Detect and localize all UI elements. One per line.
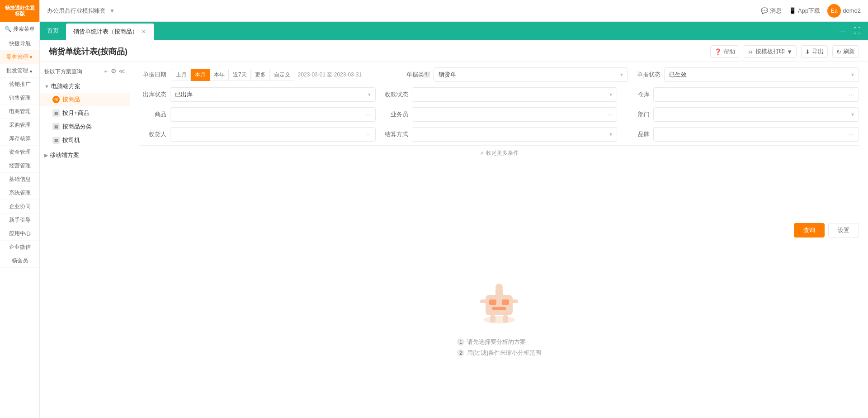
warehouse-input[interactable]: ··· bbox=[653, 87, 859, 102]
tree-group-pc: ▼ 电脑端方案 按 按商品 ▦ 按月+商品 ▦ 按商品分类 bbox=[40, 79, 130, 148]
sidebar-search[interactable]: 🔍 搜索菜单 bbox=[0, 22, 39, 37]
tree-item-by-customer[interactable]: ▦ 按司机 bbox=[40, 133, 130, 147]
left-panel-label: 按以下方案查询 bbox=[44, 68, 82, 76]
svg-point-6 bbox=[495, 284, 503, 291]
workspace-label: 办公用品行业模拟账套 bbox=[47, 7, 106, 15]
sidebar-item-sales[interactable]: 销售管理 bbox=[0, 91, 39, 105]
ellipsis-icon: ··· bbox=[849, 91, 854, 98]
filter-panel: 单据日期 上月 本月 本年 近7天 更多 自定义 2023-03-01 至 20… bbox=[130, 62, 868, 223]
staff-label: 业务员 bbox=[381, 110, 408, 119]
staff-input[interactable]: ··· bbox=[412, 107, 618, 122]
sidebar-item-wechat[interactable]: 企业微信 bbox=[0, 241, 39, 254]
date-tab-more[interactable]: 更多 bbox=[251, 69, 270, 81]
add-scheme-icon[interactable]: ＋ bbox=[103, 67, 109, 76]
date-tab-current-month[interactable]: 本月 bbox=[191, 69, 210, 81]
export-button[interactable]: ⬇ 导出 bbox=[801, 45, 828, 58]
empty-state: 1 请先选择要分析的方案 2 用[过滤]条件来缩小分析范围 bbox=[130, 241, 868, 418]
doc-type-input[interactable]: 销货单 ▾ bbox=[434, 67, 628, 82]
export-icon: ⬇ bbox=[805, 48, 810, 55]
product-label: 商品 bbox=[139, 110, 166, 119]
sidebar-item-basic[interactable]: 基础信息 bbox=[0, 173, 39, 186]
sidebar-item-member[interactable]: 畅会员 bbox=[0, 254, 39, 268]
svg-rect-3 bbox=[502, 299, 509, 305]
sidebar-item-newuser[interactable]: 新手引导 bbox=[0, 214, 39, 227]
receiver-input[interactable]: ··· bbox=[170, 127, 376, 142]
collapse-bar[interactable]: ∧ 收起更多条件 bbox=[139, 145, 859, 161]
tip-num-2: 2 bbox=[457, 349, 464, 356]
receiver-label: 收货人 bbox=[139, 130, 166, 138]
tree-item-by-month-product[interactable]: ▦ 按月+商品 bbox=[40, 106, 130, 120]
sidebar-item-purchase[interactable]: 采购管理 bbox=[0, 119, 39, 132]
tree-group-pc-label: 电脑端方案 bbox=[51, 82, 80, 90]
svg-rect-7 bbox=[480, 299, 486, 303]
edit-scheme-icon[interactable]: ⚙ bbox=[111, 67, 117, 76]
workspace-dropdown-icon[interactable]: ▼ bbox=[109, 8, 115, 14]
sidebar-item-inventory[interactable]: 库存核算 bbox=[0, 132, 39, 146]
receipt-status-input[interactable]: ▾ bbox=[412, 87, 618, 102]
brand-label: 品牌 bbox=[623, 130, 650, 138]
sidebar-item-operations[interactable]: 经营管理 bbox=[0, 159, 39, 173]
receipt-status-cell: 收款状态 ▾ bbox=[381, 87, 618, 102]
help-button[interactable]: ❓ 帮助 bbox=[710, 45, 739, 58]
tree-group-mobile-header[interactable]: ▶ 移动端方案 bbox=[40, 149, 130, 162]
topbar-message[interactable]: 💬 消息 bbox=[761, 7, 782, 15]
topbar: 办公用品行业模拟账套 ▼ 💬 消息 📱 App下载 Ea demo2 bbox=[40, 0, 868, 22]
sidebar-item-retail[interactable]: 零售管理 ▼ bbox=[0, 51, 39, 64]
maximize-icon[interactable]: ⛶ bbox=[852, 26, 863, 36]
doc-status-label: 单据状态 bbox=[633, 71, 660, 79]
topbar-right: 💬 消息 📱 App下载 Ea demo2 bbox=[761, 4, 861, 18]
tree-group-pc-header[interactable]: ▼ 电脑端方案 bbox=[40, 80, 130, 93]
date-tab-current-year[interactable]: 本年 bbox=[210, 69, 229, 81]
warehouse-cell: 仓库 ··· bbox=[623, 87, 859, 102]
left-panel-header: 按以下方案查询 ＋ ⚙ ≪ bbox=[40, 66, 130, 79]
date-tab-7days[interactable]: 近7天 bbox=[229, 69, 251, 81]
print-dropdown-icon: ▼ bbox=[787, 48, 793, 55]
tab-report[interactable]: 销货单统计表（按商品） ✕ bbox=[66, 24, 154, 40]
chevron-down-icon: ▾ bbox=[851, 71, 854, 78]
collapse-panel-icon[interactable]: ≪ bbox=[118, 67, 125, 76]
tree-item-label-by-month: 按月+商品 bbox=[62, 109, 90, 117]
svg-point-0 bbox=[483, 316, 515, 323]
sidebar-item-enterprise[interactable]: 企业协同 bbox=[0, 200, 39, 214]
date-tab-last-month[interactable]: 上月 bbox=[172, 69, 191, 81]
doc-status-input[interactable]: 已生效 ▾ bbox=[664, 67, 859, 82]
query-button[interactable]: 查询 bbox=[794, 223, 825, 238]
left-panel: 按以下方案查询 ＋ ⚙ ≪ ▼ 电脑端方案 按 按商品 bbox=[40, 62, 130, 418]
tab-home[interactable]: 首页 bbox=[40, 22, 66, 40]
settings-button[interactable]: 设置 bbox=[828, 223, 859, 238]
settlement-cell: 结算方式 ▾ bbox=[381, 127, 618, 142]
user-avatar: Ea bbox=[827, 4, 841, 18]
print-button[interactable]: 🖨 按模板打印 ▼ bbox=[744, 45, 797, 58]
chevron-down-icon: ▾ bbox=[368, 91, 371, 98]
department-input[interactable]: ▾ bbox=[653, 107, 859, 122]
topbar-app-download[interactable]: 📱 App下载 bbox=[789, 7, 820, 15]
sidebar-item-wholesale[interactable]: 批发管理 ▲ bbox=[0, 64, 39, 78]
ellipsis-icon: ··· bbox=[365, 131, 371, 138]
tree-item-by-category[interactable]: ▦ 按商品分类 bbox=[40, 120, 130, 133]
sidebar-item-finance[interactable]: 资金管理 bbox=[0, 146, 39, 159]
sidebar-item-marketing[interactable]: 营销推广 bbox=[0, 78, 39, 91]
sidebar-item-appcenter[interactable]: 应用中心 bbox=[0, 227, 39, 241]
settlement-input[interactable]: ▾ bbox=[412, 127, 618, 142]
page-title: 销货单统计表(按商品) bbox=[49, 46, 127, 57]
refresh-icon: ↻ bbox=[836, 48, 841, 55]
tree-item-by-product[interactable]: 按 按商品 bbox=[40, 93, 130, 106]
filter-row-4: 收货人 ··· 结算方式 ▾ bbox=[139, 127, 859, 142]
topbar-user[interactable]: Ea demo2 bbox=[827, 4, 861, 18]
sidebar-item-quicknav[interactable]: 快捷导航 bbox=[0, 37, 39, 51]
app-logo: 畅捷通好生意 标版 bbox=[0, 0, 39, 22]
tree-item-label-by-customer: 按司机 bbox=[62, 136, 80, 144]
svg-rect-9 bbox=[490, 315, 495, 323]
department-cell: 部门 ▾ bbox=[623, 107, 859, 122]
svg-rect-1 bbox=[486, 295, 513, 315]
warehouse-status-input[interactable]: 已出库 ▾ bbox=[170, 87, 376, 102]
sidebar-item-ecommerce[interactable]: 电商管理 bbox=[0, 105, 39, 119]
brand-input[interactable]: ··· bbox=[653, 127, 859, 142]
product-input[interactable]: ··· bbox=[170, 107, 376, 122]
ellipsis-icon: ··· bbox=[607, 111, 613, 118]
refresh-button[interactable]: ↻ 刷新 bbox=[832, 45, 859, 58]
date-tab-custom[interactable]: 自定义 bbox=[270, 69, 294, 81]
tab-close-icon[interactable]: ✕ bbox=[141, 28, 147, 35]
sidebar-item-system[interactable]: 系统管理 bbox=[0, 186, 39, 200]
minimize-icon[interactable]: — bbox=[837, 26, 848, 36]
